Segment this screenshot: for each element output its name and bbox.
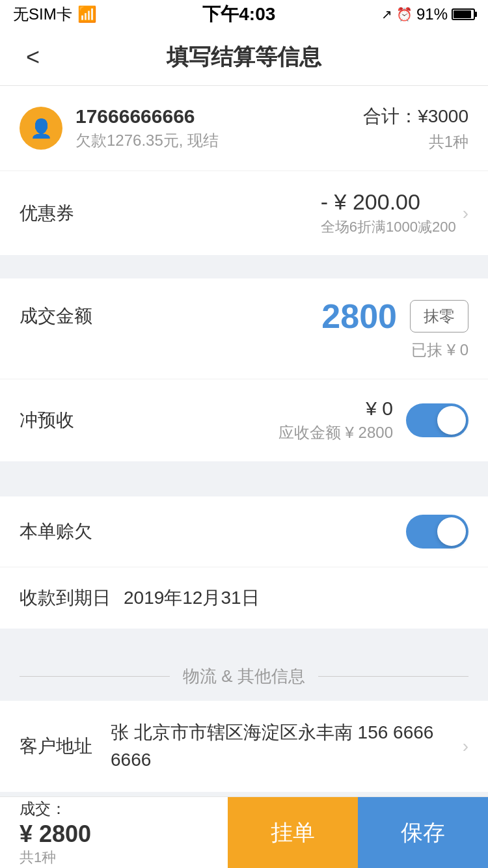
precollect-label: 冲预收: [20, 408, 74, 433]
coupon-row[interactable]: 优惠券 - ¥ 200.00 全场6折满1000减200 ›: [0, 171, 488, 255]
address-label: 客户地址: [20, 734, 98, 759]
user-count: 共1种: [363, 131, 468, 152]
duedate-value: 2019年12月31日: [124, 586, 260, 610]
logistics-header: 物流 & 其他信息: [0, 652, 488, 701]
amount-card: 成交金额 2800 抹零 已抹 ¥ 0 冲预收 ¥ 0 应收金额 ¥ 2800: [0, 278, 488, 461]
amount-row: 成交金额 2800 抹零: [20, 297, 468, 336]
duedate-label: 收款到期日: [20, 586, 111, 610]
precollect-sub: 应收金额 ¥ 2800: [278, 422, 393, 443]
status-right: ↗ ⏰ 91%: [381, 5, 475, 23]
wifi-icon: 📶: [77, 5, 97, 23]
user-left: 👤 17666666666 欠款1276.35元, 现结: [20, 105, 219, 151]
nav-bar: < 填写结算等信息: [0, 29, 488, 86]
logistics-line-right: [318, 676, 468, 677]
hold-button[interactable]: 挂单: [228, 797, 358, 869]
coupon-label: 优惠券: [20, 201, 74, 226]
address-chevron-icon: ›: [463, 736, 468, 757]
address-section[interactable]: 客户地址 张 北京市市辖区海淀区永丰南 156 6666 6666 ›: [0, 701, 488, 792]
user-right: 合计：¥3000 共1种: [363, 104, 468, 152]
duedate-section: 收款到期日 2019年12月31日: [0, 567, 488, 629]
coupon-right: - ¥ 200.00 全场6折满1000减200 ›: [321, 189, 468, 237]
logistics-title: 物流 & 其他信息: [183, 665, 305, 688]
credit-toggle-knob: [437, 517, 466, 546]
user-sub: 欠款1276.35元, 现结: [75, 130, 219, 151]
precollect-amount: ¥ 0 应收金额 ¥ 2800: [278, 398, 393, 443]
round-button[interactable]: 抹零: [410, 300, 468, 332]
credit-toggle[interactable]: [406, 515, 468, 549]
location-icon: ↗: [381, 7, 392, 22]
avatar-icon: 👤: [30, 118, 53, 139]
credit-label: 本单赊欠: [20, 519, 92, 544]
footer-amount: ¥ 2800: [20, 821, 208, 848]
precollect-row: 冲预收 ¥ 0 应收金额 ¥ 2800: [20, 398, 468, 443]
coupon-discount: - ¥ 200.00: [321, 189, 456, 215]
footer-deal-label: 成交：: [20, 798, 208, 819]
page-title: 填写结算等信息: [167, 42, 321, 72]
footer-info: 成交： ¥ 2800 共1种: [0, 798, 228, 867]
footer-count: 共1种: [20, 848, 208, 867]
section-divider-2: [0, 473, 488, 485]
amount-label: 成交金额: [20, 304, 92, 329]
status-time: 下午4:03: [202, 2, 275, 27]
precollect-section: 冲预收 ¥ 0 应收金额 ¥ 2800: [0, 379, 488, 461]
status-bar: 无SIM卡 📶 下午4:03 ↗ ⏰ 91%: [0, 0, 488, 29]
precollect-value: ¥ 0: [278, 398, 393, 420]
section-divider-1: [0, 267, 488, 278]
coupon-desc: 全场6折满1000减200: [321, 217, 456, 237]
user-card: 👤 17666666666 欠款1276.35元, 现结 合计：¥3000 共1…: [0, 86, 488, 255]
logistics-divider: [0, 640, 488, 652]
coupon-chevron-icon: ›: [463, 203, 468, 224]
carrier-text: 无SIM卡: [13, 4, 72, 25]
precollect-toggle[interactable]: [406, 403, 468, 437]
amount-value: 2800: [321, 297, 397, 336]
avatar: 👤: [20, 107, 62, 150]
user-total: 合计：¥3000: [363, 104, 468, 129]
user-info: 17666666666 欠款1276.35元, 现结: [75, 105, 219, 151]
save-button[interactable]: 保存: [358, 797, 488, 869]
amount-sub: 已抹 ¥ 0: [20, 340, 468, 360]
duedate-row: 收款到期日 2019年12月31日: [20, 586, 468, 610]
toggle-knob: [437, 406, 466, 435]
battery-percent: 91%: [416, 5, 448, 23]
logistics-line-left: [20, 676, 170, 677]
amount-right: 2800 抹零: [321, 297, 468, 336]
address-value: 张 北京市市辖区海淀区永丰南 156 6666 6666: [111, 719, 450, 774]
user-row: 👤 17666666666 欠款1276.35元, 现结 合计：¥3000 共1…: [0, 86, 488, 171]
alarm-icon: ⏰: [396, 7, 413, 22]
battery-icon: [452, 8, 475, 20]
amount-section: 成交金额 2800 抹零 已抹 ¥ 0: [0, 278, 488, 379]
credit-section: 本单赊欠: [0, 496, 488, 567]
back-button[interactable]: <: [20, 37, 46, 77]
footer-bar: 成交： ¥ 2800 共1种 挂单 保存: [0, 796, 488, 868]
content-area: 👤 17666666666 欠款1276.35元, 现结 合计：¥3000 共1…: [0, 86, 488, 868]
precollect-right: ¥ 0 应收金额 ¥ 2800: [278, 398, 468, 443]
user-phone: 17666666666: [75, 105, 219, 128]
status-left: 无SIM卡 📶: [13, 4, 97, 25]
credit-card: 本单赊欠 收款到期日 2019年12月31日: [0, 496, 488, 629]
